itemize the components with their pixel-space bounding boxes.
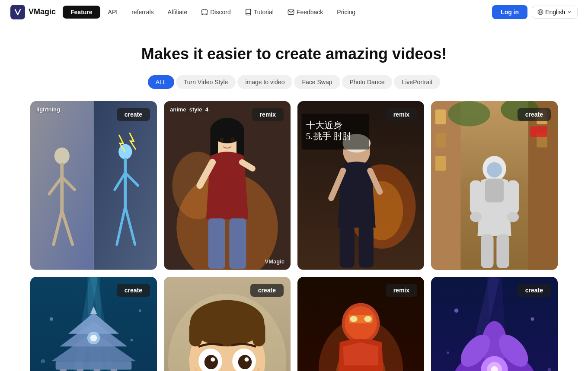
- language-label: English: [545, 9, 565, 16]
- card-watermark-2: VMagic: [265, 258, 284, 265]
- svg-rect-25: [208, 219, 225, 269]
- card-8[interactable]: create: [431, 277, 558, 371]
- card-inner-1: lightningcreate: [30, 101, 157, 270]
- cards-grid: lightningcreate anime_style_4VMagicremix: [13, 101, 575, 371]
- svg-point-121: [530, 317, 534, 320]
- globe-icon: [537, 9, 543, 15]
- affiliate-link[interactable]: Affiliate: [162, 6, 194, 19]
- svg-rect-53: [507, 181, 519, 214]
- svg-text:5.挑手 肘肘: 5.挑手 肘肘: [306, 131, 352, 141]
- svg-rect-26: [229, 219, 246, 269]
- login-button[interactable]: Log in: [492, 5, 527, 19]
- chevron-down-icon: [567, 10, 572, 15]
- svg-point-90: [211, 357, 215, 361]
- tab-face-swap[interactable]: Face Swap: [294, 75, 340, 89]
- svg-point-75: [139, 309, 141, 312]
- svg-point-120: [454, 308, 459, 313]
- tab-image-to-video[interactable]: image to video: [237, 75, 292, 89]
- discord-icon: [201, 9, 208, 16]
- discord-link[interactable]: Discord: [195, 6, 236, 19]
- card-4[interactable]: create: [431, 101, 558, 270]
- svg-rect-45: [435, 133, 446, 147]
- card-inner-6: create: [164, 277, 291, 371]
- card-btn-1[interactable]: create: [117, 108, 150, 121]
- svg-point-27: [220, 137, 224, 143]
- svg-point-122: [447, 352, 449, 354]
- svg-point-51: [487, 162, 502, 178]
- card-btn-4[interactable]: create: [518, 108, 551, 121]
- card-7[interactable]: remix: [297, 277, 424, 371]
- tutorial-link[interactable]: Tutorial: [239, 6, 280, 19]
- nav-logo[interactable]: VMagic: [10, 5, 56, 19]
- tabs-container: ALLTurn Video Styleimage to videoFace Sw…: [0, 75, 588, 89]
- svg-rect-46: [435, 156, 446, 171]
- svg-point-100: [364, 316, 372, 322]
- tab-turn-video-style[interactable]: Turn Video Style: [176, 75, 236, 89]
- card-btn-7[interactable]: remix: [386, 284, 417, 297]
- card-btn-8[interactable]: create: [518, 284, 551, 297]
- tab-all[interactable]: ALL: [148, 75, 174, 89]
- svg-rect-52: [470, 181, 482, 214]
- card-2[interactable]: anime_style_4VMagicremix: [164, 101, 291, 270]
- feedback-link[interactable]: Feedback: [281, 6, 329, 19]
- svg-rect-68: [77, 369, 83, 371]
- card-inner-8: create: [431, 277, 558, 371]
- feedback-icon: [288, 9, 294, 16]
- navbar: VMagic Feature API referrals Affiliate D…: [0, 0, 588, 24]
- svg-point-97: [345, 306, 377, 340]
- feature-button[interactable]: Feature: [63, 6, 100, 19]
- card-btn-6[interactable]: create: [250, 284, 284, 297]
- hero-section: Makes it easier to create amazing videos…: [0, 24, 588, 75]
- api-link[interactable]: API: [102, 6, 124, 19]
- svg-rect-56: [481, 235, 493, 268]
- svg-rect-70: [111, 369, 118, 371]
- svg-point-77: [90, 334, 97, 341]
- tab-photo-dance[interactable]: Photo Dance: [342, 75, 393, 89]
- svg-point-54: [470, 212, 482, 222]
- svg-rect-57: [496, 235, 509, 268]
- svg-point-59: [448, 101, 490, 127]
- card-inner-2: anime_style_4VMagicremix: [164, 101, 291, 270]
- svg-point-72: [50, 317, 53, 320]
- card-5[interactable]: create: [30, 277, 157, 371]
- svg-point-28: [230, 137, 235, 143]
- card-1[interactable]: lightningcreate: [30, 101, 157, 270]
- svg-point-91: [245, 357, 249, 361]
- card-btn-5[interactable]: create: [117, 284, 150, 297]
- svg-rect-65: [56, 361, 132, 370]
- logo-text: VMagic: [29, 7, 56, 16]
- svg-point-73: [130, 339, 133, 341]
- svg-point-4: [54, 147, 70, 164]
- card-inner-5: create: [30, 277, 157, 371]
- svg-rect-36: [340, 225, 355, 268]
- card-3[interactable]: 十大近身 5.挑手 肘肘 remix: [297, 101, 424, 270]
- card-label-1: lightning: [36, 106, 60, 113]
- referrals-link[interactable]: referrals: [125, 6, 160, 19]
- svg-rect-85: [252, 321, 265, 346]
- svg-rect-49: [530, 127, 547, 137]
- card-btn-2[interactable]: remix: [252, 108, 284, 121]
- book-icon: [245, 9, 252, 16]
- svg-rect-69: [94, 369, 101, 371]
- svg-rect-84: [189, 321, 202, 346]
- svg-rect-37: [359, 225, 374, 268]
- language-selector[interactable]: English: [532, 6, 578, 19]
- card-inner-4: create: [431, 101, 558, 270]
- pricing-link[interactable]: Pricing: [331, 6, 361, 19]
- tab-liveportrait[interactable]: LivePortrait: [394, 75, 440, 89]
- hero-title: Makes it easier to create amazing videos…: [10, 45, 578, 63]
- card-label-2: anime_style_4: [170, 106, 208, 113]
- card-6[interactable]: create: [164, 277, 291, 371]
- svg-point-55: [507, 212, 519, 222]
- svg-point-89: [238, 355, 252, 369]
- card-btn-3[interactable]: remix: [386, 108, 417, 121]
- svg-point-88: [205, 355, 218, 369]
- logo-icon: [10, 5, 25, 19]
- svg-text:十大近身: 十大近身: [306, 120, 342, 130]
- svg-point-99: [350, 316, 358, 322]
- svg-point-10: [118, 144, 132, 159]
- card-inner-3: 十大近身 5.挑手 肘肘 remix: [297, 101, 424, 270]
- svg-rect-42: [431, 101, 460, 270]
- card-inner-7: remix: [297, 277, 424, 371]
- svg-rect-44: [435, 110, 446, 124]
